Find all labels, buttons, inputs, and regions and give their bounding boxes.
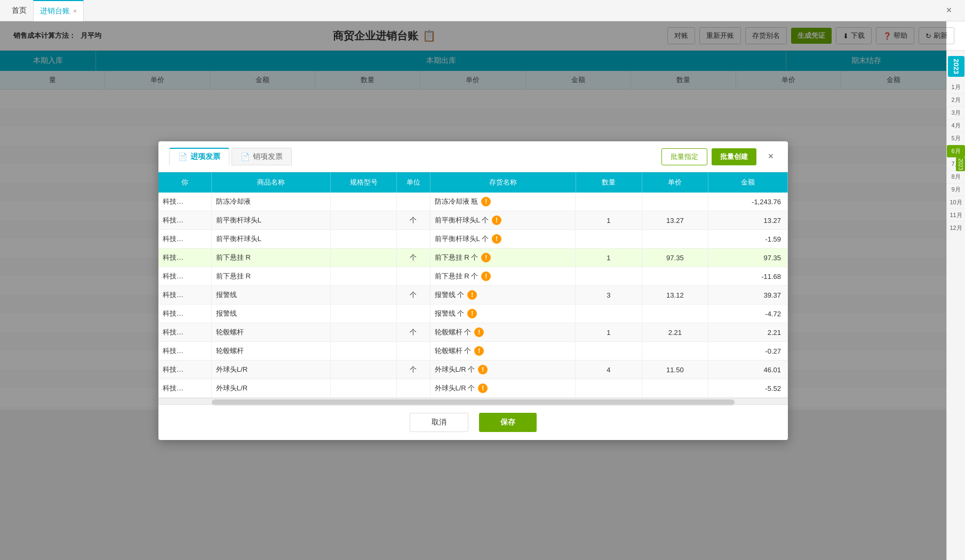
cell-spec <box>331 379 397 398</box>
month-1[interactable]: 1月 <box>947 81 965 94</box>
modal-tabs: 📄 进项发票 📄 销项发票 <box>169 148 661 165</box>
cell-spec <box>331 193 397 211</box>
month-3[interactable]: 3月 <box>947 107 965 119</box>
cell-company: 科技… <box>158 267 211 286</box>
month-5[interactable]: 5月 <box>947 132 965 145</box>
month-10[interactable]: 10月 <box>947 196 965 209</box>
cell-spec <box>331 230 397 249</box>
modal-table-container[interactable]: 你 商品名称 规格型号 单位 存货名称 数量 单价 金额 科技… 防冻冷却液 <box>158 172 788 398</box>
cell-company: 科技… <box>158 249 211 267</box>
cell-product-name: 前平衡杆球头L <box>211 230 330 249</box>
table-row: 科技… 报警线 报警线 个 ! -4.72 <box>158 305 788 323</box>
nav-active-tab[interactable]: 进销台账 × <box>33 0 84 21</box>
col-inventory-name: 存货名称 <box>430 172 576 193</box>
cell-amount: -1.59 <box>708 230 787 249</box>
warning-icon: ! <box>481 271 491 281</box>
modal-dialog: 📄 进项发票 📄 销项发票 批量指定 批量创建 × <box>158 141 788 440</box>
close-tab-btn[interactable]: × <box>73 7 77 15</box>
cell-qty: 1 <box>576 249 642 267</box>
cell-price: 13.27 <box>642 211 708 230</box>
cell-spec <box>331 323 397 342</box>
modal-header: 📄 进项发票 📄 销项发票 批量指定 批量创建 × <box>158 141 788 172</box>
col-unit: 单位 <box>397 172 430 193</box>
cell-spec <box>331 361 397 379</box>
modal-scrollbar[interactable] <box>158 398 788 404</box>
cell-price: 11.50 <box>642 361 708 379</box>
side-panel: 2023 1月 2月 3月 4月 5月 6月 7月 8月 9月 10月 11月 … <box>946 51 965 560</box>
cell-qty: 1 <box>576 211 642 230</box>
cell-amount: -11.68 <box>708 267 787 286</box>
cell-inventory-name: 报警线 个 ! <box>430 305 576 323</box>
table-row: 科技… 前平衡杆球头L 前平衡杆球头L 个 ! -1.59 <box>158 230 788 249</box>
col-amount: 金额 <box>708 172 787 193</box>
col-company: 你 <box>158 172 211 193</box>
invoice-in-icon: 📄 <box>178 153 187 161</box>
month-4[interactable]: 4月 <box>947 119 965 132</box>
cell-spec <box>331 249 397 267</box>
cell-product-name: 前平衡杆球头L <box>211 211 330 230</box>
cell-unit: 个 <box>397 249 430 267</box>
modal-footer: 取消 保存 <box>158 404 788 440</box>
cell-inventory-name: 前平衡杆球头L 个 ! <box>430 211 576 229</box>
cell-product-name: 轮毂螺杆 <box>211 323 330 342</box>
cell-qty <box>576 379 642 398</box>
cell-product-name: 轮毂螺杆 <box>211 342 330 361</box>
warning-icon: ! <box>478 365 488 374</box>
cell-product-name: 报警线 <box>211 305 330 323</box>
month-11[interactable]: 11月 <box>947 209 965 222</box>
month-8[interactable]: 8月 <box>947 171 965 183</box>
modal-close-btn[interactable]: × <box>764 150 777 163</box>
save-btn[interactable]: 保存 <box>479 413 537 432</box>
cell-product-name: 报警线 <box>211 286 330 305</box>
cell-price: 2.21 <box>642 323 708 342</box>
table-row: 科技… 前下悬挂 R 前下悬挂 R 个 ! -11.68 <box>158 267 788 286</box>
cell-qty <box>576 305 642 323</box>
table-row: 科技… 报警线 个 报警线 个 ! 3 13.12 39.37 <box>158 286 788 305</box>
tab-invoice-in[interactable]: 📄 进项发票 <box>169 148 229 165</box>
batch-create-btn[interactable]: 批量创建 <box>712 148 756 165</box>
cell-price: 13.12 <box>642 286 708 305</box>
month-2[interactable]: 2月 <box>947 94 965 107</box>
cell-price <box>642 342 708 361</box>
tab-invoice-out[interactable]: 📄 销项发票 <box>232 148 292 165</box>
table-row: 科技… 前下悬挂 R 个 前下悬挂 R 个 ! 1 97.35 97.35 <box>158 249 788 267</box>
year-label[interactable]: 2023 <box>948 56 964 77</box>
cell-product-name: 防冻冷却液 <box>211 193 330 211</box>
cell-amount: 13.27 <box>708 211 787 230</box>
warning-icon: ! <box>474 327 484 337</box>
cell-company: 科技… <box>158 305 211 323</box>
table-row: 科技… 轮毂螺杆 个 轮毂螺杆 个 ! 1 2.21 2.21 <box>158 323 788 342</box>
cell-spec <box>331 211 397 230</box>
batch-assign-btn[interactable]: 批量指定 <box>661 148 707 165</box>
month-6-active[interactable]: 6月 <box>947 145 965 158</box>
cell-inventory-name: 外球头L/R 个 ! <box>430 379 576 397</box>
year-badge-2023[interactable]: 2023 <box>956 157 965 171</box>
cell-inventory-name: 外球头L/R 个 ! <box>430 361 576 379</box>
cell-inventory-name: 轮毂螺杆 个 ! <box>430 342 576 360</box>
cell-inventory-name: 报警线 个 ! <box>430 286 576 304</box>
table-row: 科技… 前平衡杆球头L 个 前平衡杆球头L 个 ! 1 13.27 13.27 <box>158 211 788 230</box>
cell-unit: 个 <box>397 211 430 230</box>
cell-price: 97.35 <box>642 249 708 267</box>
nav-home[interactable]: 首页 <box>5 0 33 21</box>
modal-overlay: 📄 进项发票 📄 销项发票 批量指定 批量创建 × <box>0 21 946 560</box>
table-header-row: 你 商品名称 规格型号 单位 存货名称 数量 单价 金额 <box>158 172 788 193</box>
cell-company: 科技… <box>158 342 211 361</box>
col-qty: 数量 <box>576 172 642 193</box>
cell-company: 科技… <box>158 211 211 230</box>
cell-company: 科技… <box>158 361 211 379</box>
cell-inventory-name: 前平衡杆球头L 个 ! <box>430 230 576 248</box>
cell-company: 科技… <box>158 323 211 342</box>
cell-inventory-name: 轮毂螺杆 个 ! <box>430 323 576 341</box>
cell-price <box>642 379 708 398</box>
month-9[interactable]: 9月 <box>947 183 965 196</box>
cell-price <box>642 305 708 323</box>
cell-amount: -5.52 <box>708 379 787 398</box>
cell-unit <box>397 230 430 249</box>
month-12[interactable]: 12月 <box>947 222 965 234</box>
cell-qty <box>576 267 642 286</box>
cancel-btn[interactable]: 取消 <box>410 413 468 432</box>
window-close-btn[interactable]: × <box>938 0 960 21</box>
cell-inventory-name: 前下悬挂 R 个 ! <box>430 267 576 285</box>
cell-unit <box>397 193 430 211</box>
